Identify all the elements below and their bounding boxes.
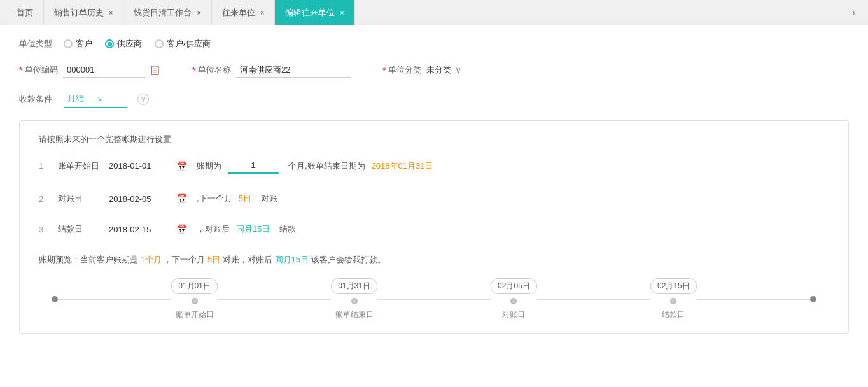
period-desc-before-3: ，对账后 (197, 223, 230, 235)
preview-part6: 该客户会给我打款。 (311, 255, 386, 264)
preview-part4: 对账，对账后 (223, 255, 272, 264)
timeline-badge-1: 01月01日 (171, 278, 218, 294)
timeline-end-cap (810, 296, 816, 302)
unit-name-group: * 单位名称 (192, 62, 351, 78)
unit-info-row: * 单位编码 📋 * 单位名称 * 单位分类 未分类 ∨ (19, 62, 849, 78)
section-title: 请按照未来的一个完整帐期进行设置 (39, 134, 829, 145)
timeline-label-3: 对账日 (502, 309, 525, 320)
period-label-3: 结款日 (58, 223, 102, 235)
payment-value: 月结 (67, 93, 94, 104)
unit-name-star: * (192, 66, 195, 75)
radio-both[interactable]: 客户/供应商 (155, 38, 211, 50)
preview-section: 账期预览：当前客户账期是 1个月 ，下一个月 5日 对账，对账后 同月15日 该… (39, 254, 829, 320)
preview-part3: 5日 (207, 255, 220, 264)
payment-label: 收款条件 (19, 94, 52, 105)
period-desc-before-2: ,下一个月 (197, 193, 232, 204)
period-section: 请按照未来的一个完整帐期进行设置 1 账单开始日 2018-01-01 📅 账期… (19, 120, 849, 334)
period-highlight-2: 5日 (239, 193, 251, 204)
unit-category-star: * (382, 66, 386, 75)
timeline-label-1: 账单开始日 (176, 309, 214, 320)
unit-code-star: * (19, 66, 22, 75)
timeline-label-4: 结款日 (662, 309, 685, 320)
period-label-2: 对账日 (58, 193, 102, 204)
tab-edit-partner[interactable]: 编辑往来单位 × (275, 0, 354, 25)
timeline-point-4: 02月15日 结款日 (650, 278, 697, 320)
period-row-3: 3 结款日 2018-02-15 📅 ，对账后 同月15日 结款 (39, 223, 829, 235)
period-row-2: 2 对账日 2018-02-05 📅 ,下一个月 5日 对账 (39, 193, 829, 204)
tab-sales-order[interactable]: 销售订单历史 × (44, 0, 123, 25)
unit-category-dropdown[interactable]: 未分类 ∨ (426, 64, 503, 76)
timeline-dot-2 (351, 298, 358, 304)
timeline-point-2: 01月31日 账单结束日 (331, 278, 377, 320)
unit-type-label: 单位类型 (19, 38, 52, 50)
period-desc-after-3: 结款 (279, 223, 296, 235)
timeline-end-dot (810, 296, 816, 302)
period-month-input[interactable] (228, 158, 279, 174)
radio-supplier[interactable]: 供应商 (105, 38, 142, 50)
timeline-dot-4 (670, 298, 676, 304)
payment-row: 收款条件 月结 ∨ ? (19, 90, 849, 108)
close-partner[interactable]: × (260, 9, 264, 17)
timeline-line-2 (218, 299, 331, 300)
period-row-1: 1 账单开始日 2018-01-01 📅 账期为 个月,账单结束日期为 2018… (39, 158, 829, 174)
payment-help-icon[interactable]: ? (137, 94, 149, 105)
payment-dropdown[interactable]: 月结 ∨ (64, 90, 127, 108)
timeline: 01月01日 账单开始日 01月31日 账单结束日 02月05日 对账日 (39, 278, 829, 320)
tab-home[interactable]: 首页 (6, 0, 44, 25)
period-end-date-1: 2018年01月31日 (372, 160, 433, 172)
unit-name-input[interactable] (236, 62, 351, 78)
timeline-line-5 (697, 299, 810, 300)
payment-chevron-icon: ∨ (97, 95, 124, 102)
timeline-line-3 (377, 299, 491, 300)
period-num-3: 3 (39, 225, 52, 234)
unit-code-group: * 单位编码 📋 (19, 62, 160, 78)
tab-more-button[interactable]: › (846, 7, 862, 18)
radio-both-circle (155, 39, 164, 48)
period-highlight-3: 同月15日 (236, 223, 270, 235)
timeline-badge-3: 02月05日 (491, 278, 537, 294)
unit-category-label: 单位分类 (388, 64, 421, 76)
unit-code-input[interactable] (63, 62, 146, 78)
period-desc-after-2: 对账 (261, 193, 277, 204)
timeline-dot-1 (192, 298, 198, 304)
period-num-1: 1 (39, 161, 52, 171)
preview-part2: ，下一个月 (164, 255, 205, 264)
period-cal-1[interactable]: 📅 (176, 161, 187, 171)
timeline-start-dot (52, 296, 58, 302)
preview-part5: 同月15日 (275, 255, 309, 264)
period-cal-3[interactable]: 📅 (176, 224, 187, 234)
period-date-1: 2018-01-01 (109, 161, 166, 171)
tab-bar: 首页 销售订单历史 × 钱货日清工作台 × 往来单位 × 编辑往来单位 × › (0, 0, 868, 25)
timeline-dot-3 (510, 298, 517, 304)
period-date-3: 2018-02-15 (109, 225, 166, 234)
timeline-point-1: 01月01日 账单开始日 (171, 278, 218, 320)
radio-supplier-circle (105, 39, 114, 48)
unit-name-label: 单位名称 (198, 64, 231, 76)
close-sales-order[interactable]: × (109, 9, 113, 17)
tab-cash-work[interactable]: 钱货日清工作台 × (123, 0, 211, 25)
timeline-badge-2: 01月31日 (331, 278, 377, 294)
period-desc-after-1: 个月,账单结束日期为 (288, 160, 365, 172)
timeline-start-cap (52, 296, 58, 302)
period-cal-2[interactable]: 📅 (176, 194, 187, 204)
preview-part1: 1个月 (141, 255, 162, 264)
timeline-badge-4: 02月15日 (650, 278, 697, 294)
preview-label: 账期预览：当前客户账期是 (39, 255, 138, 264)
timeline-line-1 (58, 299, 171, 300)
period-date-2: 2018-02-05 (109, 194, 166, 204)
close-cash-work[interactable]: × (197, 9, 200, 17)
close-edit-partner[interactable]: × (340, 9, 344, 17)
preview-text: 账期预览：当前客户账期是 1个月 ，下一个月 5日 对账，对账后 同月15日 该… (39, 254, 829, 265)
timeline-point-3: 02月05日 对账日 (491, 278, 537, 320)
timeline-label-2: 账单结束日 (335, 309, 374, 320)
unit-category-group: * 单位分类 未分类 ∨ (382, 64, 503, 76)
unit-category-chevron-icon: ∨ (455, 65, 461, 75)
radio-customer[interactable]: 客户 (64, 38, 92, 50)
unit-code-calendar-icon[interactable]: 📋 (150, 65, 160, 75)
period-num-2: 2 (39, 194, 52, 204)
radio-customer-circle (64, 39, 73, 48)
period-desc-before-1: 账期为 (197, 160, 221, 172)
tab-partner[interactable]: 往来单位 × (212, 0, 275, 25)
unit-type-radio-group: 客户 供应商 客户/供应商 (64, 38, 211, 50)
unit-code-label: 单位编码 (25, 64, 58, 76)
